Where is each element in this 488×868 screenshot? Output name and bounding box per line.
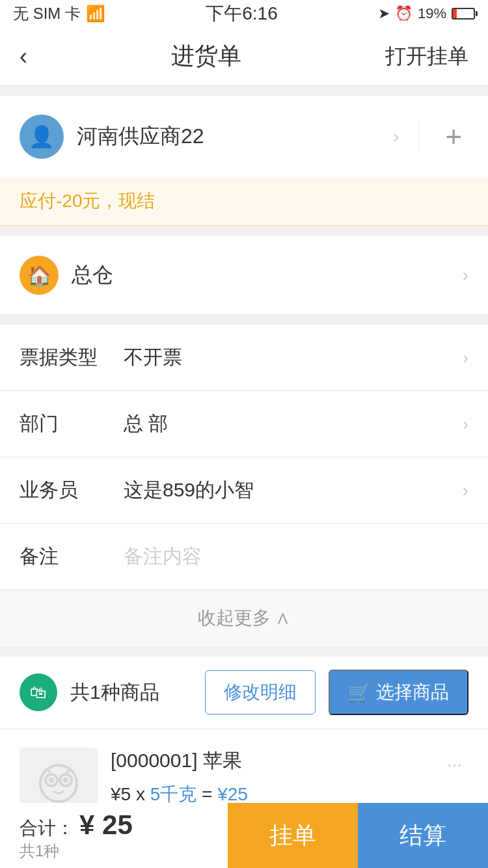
department-row[interactable]: 部门 总 部 › — [0, 391, 488, 457]
section-gap-1 — [0, 86, 488, 96]
page-title: 进货单 — [171, 40, 241, 72]
avatar-icon: 👤 — [29, 124, 55, 149]
salesman-value: 这是859的小智 — [124, 477, 463, 504]
invoice-chevron-icon: › — [463, 347, 468, 368]
back-button[interactable]: ‹ — [20, 43, 27, 70]
select-product-button[interactable]: 🛒 选择商品 — [329, 670, 468, 715]
price-qty: 5千克 — [150, 784, 197, 804]
supplier-avatar: 👤 — [20, 115, 64, 159]
remark-label: 备注 — [20, 543, 124, 570]
salesman-label: 业务员 — [20, 477, 124, 504]
department-value: 总 部 — [124, 411, 463, 437]
section-gap-2 — [0, 226, 488, 236]
warehouse-chevron-icon: › — [463, 265, 468, 286]
footer-total-section: 合计： ¥ 25 共1种 — [0, 803, 228, 868]
total-amount: ¥ 25 — [79, 809, 133, 841]
total-sub: 共1种 — [20, 841, 208, 861]
open-pending-button[interactable]: 打开挂单 — [385, 42, 468, 71]
notice-bar: 应付-20元，现结 — [0, 177, 488, 226]
select-product-label: 选择商品 — [376, 680, 449, 705]
battery-text: 19% — [418, 5, 446, 22]
add-supplier-button[interactable]: + — [439, 120, 468, 153]
invoice-type-row[interactable]: 票据类型 不开票 › — [0, 325, 488, 390]
collapse-bar[interactable]: 收起更多 ∧ — [0, 590, 488, 646]
invoice-type-label: 票据类型 — [20, 344, 124, 371]
price-total: ¥25 — [217, 784, 248, 804]
footer: 合计： ¥ 25 共1种 挂单 结算 — [0, 803, 488, 868]
carrier-text: 无 SIM 卡 — [13, 3, 81, 24]
department-label: 部门 — [20, 411, 124, 437]
price-base: ¥5 x — [111, 784, 150, 804]
select-product-icon: 🛒 — [348, 682, 371, 703]
salesman-chevron-icon: › — [463, 480, 468, 501]
total-row: 合计： ¥ 25 — [20, 809, 208, 841]
wifi-icon: 📶 — [86, 5, 105, 23]
svg-point-3 — [49, 778, 54, 783]
battery-icon — [452, 8, 475, 20]
products-header: 🛍 共1种商品 修改明细 🛒 选择商品 — [0, 657, 488, 728]
supplier-chevron-icon: › — [393, 126, 399, 147]
warehouse-row[interactable]: 🏠 总仓 › — [0, 236, 488, 314]
supplier-section[interactable]: 👤 河南供应商22 › + — [0, 96, 488, 177]
remark-row[interactable]: 备注 备注内容 — [0, 524, 488, 590]
status-time: 下午6:16 — [206, 1, 278, 26]
nav-bar: ‹ 进货单 打开挂单 — [0, 27, 488, 86]
status-left: 无 SIM 卡 📶 — [13, 3, 105, 24]
price-equals: = — [197, 784, 217, 804]
section-gap-3 — [0, 314, 488, 325]
checkout-label: 结算 — [400, 820, 446, 852]
alarm-icon: ⏰ — [395, 5, 413, 22]
location-icon: ➤ — [378, 5, 390, 22]
warehouse-icon: 🏠 — [20, 256, 59, 295]
status-bar: 无 SIM 卡 📶 下午6:16 ➤ ⏰ 19% — [0, 0, 488, 27]
edit-detail-button[interactable]: 修改明细 — [205, 670, 316, 714]
products-icon: 🛍 — [20, 673, 57, 711]
cart-icon: 🛍 — [30, 683, 47, 703]
product-name: [0000001] 苹果 — [111, 748, 427, 774]
invoice-type-value: 不开票 — [124, 344, 463, 371]
department-chevron-icon: › — [463, 414, 468, 435]
warehouse-name: 总仓 — [72, 261, 450, 290]
remark-input[interactable]: 备注内容 — [124, 543, 468, 570]
salesman-row[interactable]: 业务员 这是859的小智 › — [0, 457, 488, 523]
checkout-button[interactable]: 结算 — [358, 803, 488, 868]
product-more-button[interactable]: ··· — [441, 748, 468, 781]
total-label: 合计： — [20, 816, 74, 841]
hang-button[interactable]: 挂单 — [228, 803, 358, 868]
svg-point-4 — [63, 778, 68, 783]
status-right: ➤ ⏰ 19% — [378, 5, 475, 22]
supplier-name: 河南供应商22 — [77, 122, 380, 151]
products-count: 共1种商品 — [70, 679, 192, 706]
product-info: [0000001] 苹果 ¥5 x 5千克 = ¥25 — [111, 748, 427, 807]
vertical-divider — [418, 120, 419, 153]
hang-label: 挂单 — [269, 820, 316, 852]
